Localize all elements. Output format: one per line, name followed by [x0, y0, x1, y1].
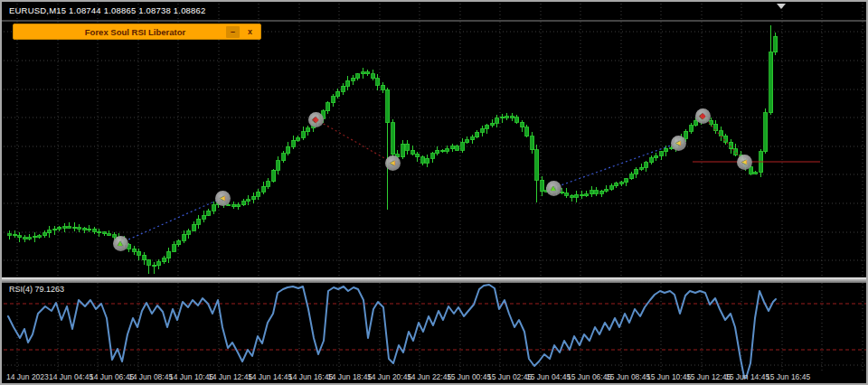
x-axis-label: 14 Jun 06:45 [90, 372, 134, 381]
x-axis-label: 14 Jun 16:45 [288, 372, 333, 381]
dialog-title: Forex Soul RSI Liberator [14, 27, 226, 37]
x-axis-label: 15 Jun 06:45 [567, 372, 611, 381]
x-axis-label: 14 Jun 20:45 [367, 372, 411, 381]
x-axis-label: 14 Jun 18:45 [327, 372, 372, 381]
x-axis-label: 15 Jun 10:45 [646, 372, 691, 381]
buy-arrow-icon: ▲ [546, 181, 561, 196]
x-axis-label: 15 Jun 04:45 [526, 372, 571, 381]
exit-arrow-icon: ◄ [671, 136, 686, 151]
buy-arrow-icon: ▲ [113, 236, 128, 251]
rsi-indicator-label: RSI(4) 79.1263 [9, 285, 64, 294]
exit-arrow-icon: ◄ [385, 155, 401, 171]
chart-shift-handle[interactable] [777, 4, 786, 9]
x-axis-label: 15 Jun 14:45 [725, 372, 769, 381]
exit-arrow-icon: ◄ [215, 191, 231, 206]
close-button[interactable]: x [243, 26, 257, 38]
x-axis-label: 14 Jun 10:45 [169, 372, 213, 381]
sell-arrow-icon: ◆ [308, 112, 324, 127]
minimize-button[interactable]: – [226, 26, 240, 38]
x-axis-label: 14 Jun 08:45 [128, 372, 173, 381]
ohlc-readout: EURUSD,M15 1.08744 1.08865 1.08738 1.088… [9, 5, 206, 15]
x-axis-label: 14 Jun 2023 [6, 372, 49, 381]
x-axis-label: 15 Jun 16:45 [766, 372, 810, 381]
x-axis-label: 15 Jun 08:45 [606, 372, 650, 381]
x-axis-label: 15 Jun 12:45 [686, 372, 731, 381]
x-axis: 14 Jun 202314 Jun 04:4514 Jun 06:4514 Ju… [2, 372, 866, 385]
indicator-dialog[interactable]: Forex Soul RSI Liberator – x [13, 23, 261, 40]
sell-arrow-icon: ◆ [695, 108, 711, 124]
exit-arrow-icon: ◄ [737, 155, 752, 170]
x-axis-label: 14 Jun 14:45 [248, 372, 292, 381]
x-axis-label: 15 Jun 00:45 [447, 372, 491, 381]
x-axis-label: 14 Jun 22:45 [407, 372, 451, 381]
chart-canvas[interactable] [2, 2, 866, 383]
x-axis-label: 15 Jun 02:45 [487, 372, 532, 381]
x-axis-label: 14 Jun 04:45 [49, 372, 93, 381]
x-axis-label: 14 Jun 12:45 [208, 372, 252, 381]
pane-separator[interactable] [2, 277, 866, 283]
mt4-chart-window: EURUSD,M15 1.08744 1.08865 1.08738 1.088… [0, 0, 868, 385]
